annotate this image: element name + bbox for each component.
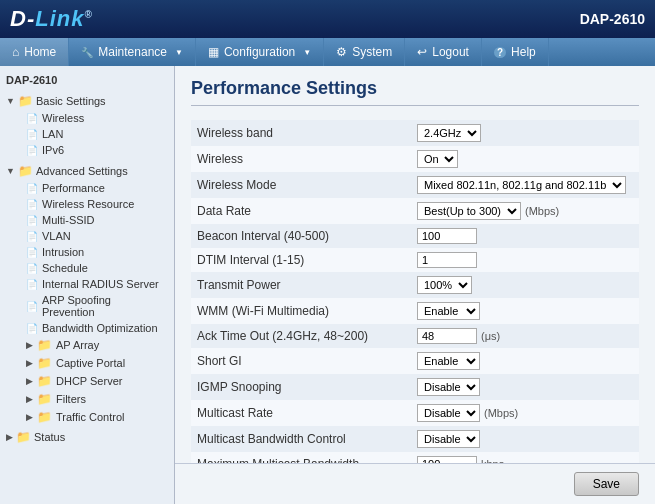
sidebar-item-filters[interactable]: ▶ 📁 Filters [18, 390, 174, 408]
sidebar-item-schedule[interactable]: 📄 Schedule [18, 260, 174, 276]
sidebar-item-radius[interactable]: 📄 Internal RADIUS Server [18, 276, 174, 292]
sidebar-item-performance[interactable]: 📄 Performance [18, 180, 174, 196]
setting-input-13[interactable] [417, 456, 477, 463]
setting-value[interactable] [411, 248, 639, 272]
logout-icon: ↩ [417, 45, 427, 59]
navbar: ⌂ Home 🔧 Maintenance ▼ ▦ Configuration ▼… [0, 38, 655, 66]
sidebar-item-bandwidth[interactable]: 📄 Bandwidth Optimization [18, 320, 174, 336]
setting-select-2[interactable]: Mixed 802.11n, 802.11g and 802.11b [417, 176, 626, 194]
page-icon-bw: 📄 [26, 323, 38, 334]
setting-label: Ack Time Out (2.4GHz, 48~200) [191, 324, 411, 348]
setting-label: Beacon Interval (40-500) [191, 224, 411, 248]
config-icon: ▦ [208, 45, 219, 59]
page-icon-vlan: 📄 [26, 231, 38, 242]
sidebar-item-wireless-resource[interactable]: 📄 Wireless Resource [18, 196, 174, 212]
setting-label: IGMP Snooping [191, 374, 411, 400]
setting-value[interactable]: EnableDisable [411, 298, 639, 324]
expand-icon-traf: ▶ [26, 412, 33, 422]
maintenance-icon: 🔧 [81, 47, 93, 58]
maintenance-arrow-icon: ▼ [175, 48, 183, 57]
sidebar-item-multi-ssid[interactable]: 📄 Multi-SSID [18, 212, 174, 228]
setting-label: Wireless [191, 146, 411, 172]
setting-select-10[interactable]: DisableEnable [417, 378, 480, 396]
setting-select-6[interactable]: 100%75%50%25% [417, 276, 472, 294]
setting-label: Wireless band [191, 120, 411, 146]
sidebar-status[interactable]: ▶ 📁 Status [0, 428, 174, 446]
sidebar-item-captive[interactable]: ▶ 📁 Captive Portal [18, 354, 174, 372]
setting-label: Wireless Mode [191, 172, 411, 198]
nav-logout[interactable]: ↩ Logout [405, 38, 482, 66]
home-icon: ⌂ [12, 45, 19, 59]
sidebar-group-advanced: ▼ 📁 Advanced Settings 📄 Performance 📄 Wi… [0, 160, 174, 428]
page-title: Performance Settings [191, 78, 639, 106]
expand-icon-filt: ▶ [26, 394, 33, 404]
sidebar-item-lan[interactable]: 📄 LAN [18, 126, 174, 142]
logo: D-Link® [10, 6, 93, 32]
unit-label: (Mbps) [484, 407, 518, 419]
sidebar-item-ap-array[interactable]: ▶ 📁 AP Array [18, 336, 174, 354]
setting-label: Data Rate [191, 198, 411, 224]
expand-icon-cap: ▶ [26, 358, 33, 368]
setting-label: Multicast Rate [191, 400, 411, 426]
setting-input-8[interactable] [417, 328, 477, 344]
system-icon: ⚙ [336, 45, 347, 59]
sidebar-basic-settings[interactable]: ▼ 📁 Basic Settings [0, 92, 174, 110]
sidebar-item-dhcp[interactable]: ▶ 📁 DHCP Server [18, 372, 174, 390]
sidebar-item-traffic[interactable]: ▶ 📁 Traffic Control [18, 408, 174, 426]
setting-value[interactable]: 100%75%50%25% [411, 272, 639, 298]
nav-system[interactable]: ⚙ System [324, 38, 405, 66]
setting-select-7[interactable]: EnableDisable [417, 302, 480, 320]
setting-value[interactable]: kbps [411, 452, 639, 463]
device-label: DAP-2610 [0, 70, 174, 90]
sidebar-item-ipv6[interactable]: 📄 IPv6 [18, 142, 174, 158]
setting-value[interactable]: Mixed 802.11n, 802.11g and 802.11b [411, 172, 639, 198]
save-area: Save [175, 463, 655, 504]
sidebar-item-vlan[interactable]: 📄 VLAN [18, 228, 174, 244]
sidebar: DAP-2610 ▼ 📁 Basic Settings 📄 Wireless 📄… [0, 66, 175, 504]
setting-select-1[interactable]: OnOff [417, 150, 458, 168]
sidebar-item-wireless[interactable]: 📄 Wireless [18, 110, 174, 126]
setting-value[interactable]: (μs) [411, 324, 639, 348]
unit-label: (μs) [481, 330, 500, 342]
setting-select-12[interactable]: DisableEnable [417, 430, 480, 448]
content-area: Performance Settings Wireless band2.4GHz… [175, 66, 655, 463]
setting-value[interactable]: Best(Up to 300)(Mbps) [411, 198, 639, 224]
setting-value[interactable]: EnableDisable [411, 348, 639, 374]
nav-help[interactable]: ? Help [482, 38, 549, 66]
nav-configuration[interactable]: ▦ Configuration ▼ [196, 38, 324, 66]
page-icon-ms: 📄 [26, 215, 38, 226]
nav-home[interactable]: ⌂ Home [0, 38, 69, 66]
help-icon: ? [494, 47, 506, 58]
header: D-Link® DAP-2610 [0, 0, 655, 38]
nav-maintenance[interactable]: 🔧 Maintenance ▼ [69, 38, 196, 66]
setting-value[interactable] [411, 224, 639, 248]
setting-value[interactable]: DisableEnable [411, 426, 639, 452]
save-button[interactable]: Save [574, 472, 639, 496]
setting-value[interactable]: DisableEnable [411, 374, 639, 400]
folder-icon-traf: 📁 [37, 410, 52, 424]
expand-icon: ▼ [6, 96, 15, 106]
sidebar-item-intrusion[interactable]: 📄 Intrusion [18, 244, 174, 260]
setting-label: Transmit Power [191, 272, 411, 298]
setting-select-3[interactable]: Best(Up to 300) [417, 202, 521, 220]
sidebar-advanced-settings[interactable]: ▼ 📁 Advanced Settings [0, 162, 174, 180]
setting-input-4[interactable] [417, 228, 477, 244]
device-model: DAP-2610 [580, 11, 645, 27]
page-icon-ipv6: 📄 [26, 145, 38, 156]
setting-label: Multicast Bandwidth Control [191, 426, 411, 452]
page-icon-sched: 📄 [26, 263, 38, 274]
setting-input-5[interactable] [417, 252, 477, 268]
setting-select-11[interactable]: DisableEnable [417, 404, 480, 422]
setting-value[interactable]: DisableEnable(Mbps) [411, 400, 639, 426]
folder-icon-ap: 📁 [37, 338, 52, 352]
expand-icon-ap: ▶ [26, 340, 33, 350]
page-icon-arp: 📄 [26, 301, 38, 312]
page-icon-int: 📄 [26, 247, 38, 258]
basic-children: 📄 Wireless 📄 LAN 📄 IPv6 [0, 110, 174, 158]
main-layout: DAP-2610 ▼ 📁 Basic Settings 📄 Wireless 📄… [0, 66, 655, 504]
setting-select-0[interactable]: 2.4GHz5GHz [417, 124, 481, 142]
sidebar-item-arp[interactable]: 📄 ARP Spoofing Prevention [18, 292, 174, 320]
setting-value[interactable]: 2.4GHz5GHz [411, 120, 639, 146]
setting-select-9[interactable]: EnableDisable [417, 352, 480, 370]
setting-value[interactable]: OnOff [411, 146, 639, 172]
